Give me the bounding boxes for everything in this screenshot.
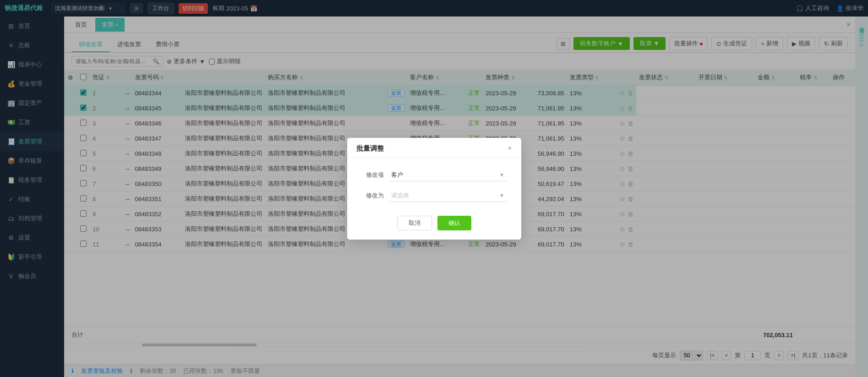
modal-value-label: 修改为 [362, 191, 384, 200]
field-chevron-icon: ▼ [499, 172, 505, 178]
field-selector[interactable]: 客户 ▼ [389, 169, 507, 181]
modal-title: 批量调整 [356, 144, 384, 153]
field-value: 客户 [391, 171, 403, 179]
value-selector[interactable]: 请选择 ▼ [389, 190, 507, 202]
modal-footer: 取消 确认 [347, 211, 521, 240]
confirm-btn[interactable]: 确认 [437, 216, 471, 230]
modal-close-btn[interactable]: × [508, 144, 512, 153]
batch-adjust-modal: 批量调整 × 修改项 客户 ▼ 修改为 请选择 ▼ 取消 确认 [347, 138, 521, 240]
modal-field-row: 修改项 客户 ▼ [362, 169, 507, 181]
modal-field-label: 修改项 [362, 171, 384, 179]
modal-value-row: 修改为 请选择 ▼ [362, 190, 507, 202]
modal-header: 批量调整 × [347, 138, 521, 158]
cancel-btn[interactable]: 取消 [397, 216, 432, 230]
modal-body: 修改项 客户 ▼ 修改为 请选择 ▼ [347, 158, 521, 211]
value-placeholder: 请选择 [391, 191, 409, 200]
modal-overlay: 批量调整 × 修改项 客户 ▼ 修改为 请选择 ▼ 取消 确认 [0, 0, 868, 377]
value-chevron-icon: ▼ [499, 192, 505, 199]
